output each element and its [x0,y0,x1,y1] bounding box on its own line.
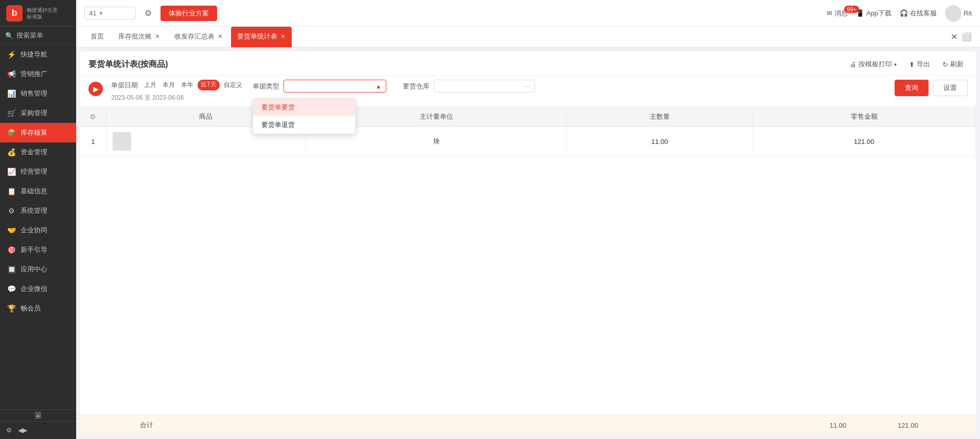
maximize-btn[interactable]: ⬜ [961,32,972,42]
date-filter-group: 单据日期 上月本月本年近7天自定义 2023-05-06 至 2023-06-0… [111,80,244,102]
nav-label-inventory: 库存核算 [21,128,47,137]
sidebar-item-inventory[interactable]: 📦库存核算 [0,123,76,142]
messages-btn[interactable]: ✉ 消息 99+ [827,9,848,18]
product-img-0 [113,132,131,151]
version-selector[interactable]: 41 ▾ [84,7,136,20]
filter-expand-btn[interactable]: ▶ [88,82,103,96]
nav-label-appstore: 应用中心 [21,265,47,274]
nav-label-quick-nav: 快捷导航 [21,50,47,59]
query-btn[interactable]: 查询 [895,80,929,96]
header-gear-btn[interactable]: ⚙ [140,5,156,22]
date-btn-last-month[interactable]: 上月 [142,80,158,90]
table-wrap: ⚙商品主计量单位主数量零售金额 1 块 11.00 121.00 [80,107,976,415]
message-icon: ✉ [827,9,832,17]
sidebar-item-appstore[interactable]: 🔲应用中心 [0,260,76,279]
cell-amount-0: 121.00 [753,127,976,156]
date-range-text: 2023-05-06 至 2023-06-06 [111,94,244,102]
table-row: 1 块 11.00 121.00 [80,127,976,156]
table-body: 1 块 11.00 121.00 [80,127,976,156]
user-avatar-area[interactable]: Rit [945,5,972,22]
page-title-bar: 要货单统计表(按商品) 🖨 按模板打印 ▾ ⬆ 导出 ↻ 刷新 [80,51,976,76]
sidebar-item-marketing[interactable]: 📢营销推广 [0,64,76,84]
nav-icon-purchase: 🛒 [6,109,16,117]
tabs-bar: 首页库存批次账✕收发存汇总表✕要货单统计表✕ ✕ ⬜ [76,27,980,47]
tab-order-stats[interactable]: 要货单统计表✕ [231,27,292,47]
data-table: ⚙商品主计量单位主数量零售金额 1 块 11.00 121.00 [80,107,976,156]
footer-qty: 11.00 [807,422,869,429]
nav-icon-member: 🏆 [6,304,16,313]
column-settings-icon[interactable]: ⚙ [90,113,96,121]
date-btn-custom[interactable]: 自定义 [222,80,244,90]
tab-close-receivable-summary[interactable]: ✕ [218,33,223,40]
sidebar-item-cooperation[interactable]: 🤝企业协同 [0,221,76,240]
print-icon: 🖨 [850,61,857,68]
tab-close-order-stats[interactable]: ✕ [280,33,286,40]
page-actions: 🖨 按模板打印 ▾ ⬆ 导出 ↻ 刷新 [846,58,968,71]
export-btn[interactable]: ⬆ 导出 [905,58,934,71]
trial-btn[interactable]: 体验行业方案 [161,6,217,21]
version-dropdown-arrow: ▾ [99,9,103,17]
nav-label-basic: 基础信息 [21,187,47,196]
app-download-icon: 📱 [856,9,864,17]
type-filter-group: 单据类型 ▲ 要货单要货 要货单退货 [253,80,386,93]
sidebar-settings-btn[interactable]: ⚙ [6,427,12,434]
tab-inventory-batch[interactable]: 库存批次账✕ [112,27,166,47]
app-name-text: 畅捷通好生意 标准版 [27,7,58,20]
online-service-btn[interactable]: 🎧 在线客服 [900,9,937,18]
refresh-btn[interactable]: ↻ 刷新 [938,58,968,71]
col-amount: 零售金额 [753,107,976,127]
cell-num-0: 1 [80,127,106,156]
filter-actions: 查询 设置 [895,80,968,96]
page-content: 要货单统计表(按商品) 🖨 按模板打印 ▾ ⬆ 导出 ↻ 刷新 ▶ [80,51,976,435]
top-header: 41 ▾ ⚙ 体验行业方案 ✉ 消息 99+ 📱 App下载 🎧 在线客服 R [76,0,980,27]
tab-label-home: 首页 [91,32,104,41]
date-btn-this-year[interactable]: 本年 [179,80,195,90]
date-btn-last-7[interactable]: 近7天 [198,80,220,90]
warehouse-select-input[interactable]: ··· [434,80,535,93]
online-service-icon: 🎧 [900,9,908,17]
nav-label-member: 畅会员 [21,304,41,313]
sidebar-item-purchase[interactable]: 🛒采购管理 [0,103,76,123]
type-input-field[interactable] [288,82,376,90]
tab-close-inventory-batch[interactable]: ✕ [155,33,160,40]
sidebar-item-wechat[interactable]: 💬企业微信 [0,279,76,299]
dropdown-item-request[interactable]: 要货单要货 [253,99,355,116]
nav-icon-inventory: 📦 [6,129,16,137]
nav-icon-appstore: 🔲 [6,265,16,273]
setting-btn[interactable]: 设置 [933,80,968,96]
cell-qty-0: 11.00 [567,127,753,156]
type-label: 单据类型 [253,82,279,91]
warehouse-more-icon: ··· [525,82,530,90]
print-btn[interactable]: 🖨 按模板打印 ▾ [846,58,901,71]
sidebar-item-sales[interactable]: 📊销售管理 [0,84,76,103]
nav-icon-sales: 📊 [6,89,16,98]
search-menu-btn[interactable]: 🔍 搜索菜单 [0,27,76,45]
sidebar-item-basic[interactable]: 📋基础信息 [0,181,76,201]
type-dropdown: 要货单要货 要货单退货 [253,98,355,134]
footer-total-label: 合计 [140,421,153,429]
nav-icon-cooperation: 🤝 [6,226,16,234]
refresh-icon: ↻ [942,61,948,68]
logo-icon: b [6,5,23,22]
header-left: 41 ▾ ⚙ 体验行业方案 [84,5,827,22]
sidebar-item-finance[interactable]: 💰资金管理 [0,142,76,162]
sidebar-scroll-up[interactable]: ▲ [35,412,41,419]
col-row-num: ⚙ [80,107,106,127]
sidebar-item-member[interactable]: 🏆畅会员 [0,299,76,318]
app-download-btn[interactable]: 📱 App下载 [856,9,892,18]
tab-home[interactable]: 首页 [84,27,110,47]
sidebar-item-guide[interactable]: 🎯新手引导 [0,240,76,260]
header-right: ✉ 消息 99+ 📱 App下载 🎧 在线客服 Rit [827,5,972,22]
close-tabs-btn[interactable]: ✕ [951,32,957,42]
tab-receivable-summary[interactable]: 收发存汇总表✕ [168,27,229,47]
date-btn-this-month[interactable]: 本月 [161,80,177,90]
warehouse-input-field[interactable] [438,82,525,90]
dropdown-item-return[interactable]: 要货单退货 [253,116,355,134]
sidebar-item-system[interactable]: ⚙系统管理 [0,201,76,221]
sidebar-item-quick-nav[interactable]: ⚡快捷导航 [0,45,76,64]
type-select-input[interactable]: ▲ [283,80,386,93]
sidebar-item-operation[interactable]: 📈经营管理 [0,162,76,181]
sidebar-collapse-btn[interactable]: ◀▶ [18,427,27,434]
nav-icon-guide: 🎯 [6,246,16,254]
nav-label-operation: 经营管理 [21,167,47,176]
